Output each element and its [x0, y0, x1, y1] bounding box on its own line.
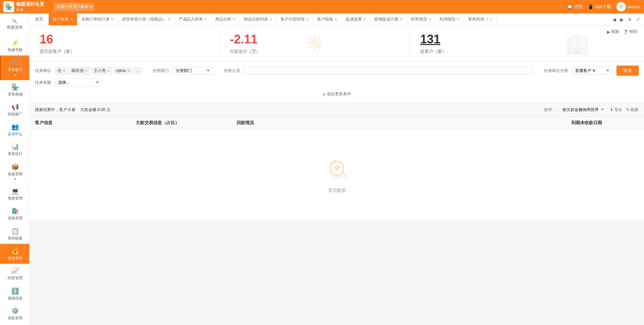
procurement-label: 采购管理: [8, 216, 23, 220]
empty-icon: [324, 156, 350, 183]
col-date-label: 到期未收款日期: [571, 120, 602, 125]
balance-select[interactable]: 选择...: [55, 78, 102, 86]
result-info: 搜索结果中，客户 0 家 欠款金额 0.00 元: [35, 107, 111, 113]
tab-purchase-orders-close[interactable]: ✕: [111, 17, 114, 21]
tag-cjttcw-text: cjttcw: [116, 68, 126, 73]
tab-nav-next[interactable]: ▶: [619, 16, 625, 23]
tab-profit-report[interactable]: 利润报告 ✕: [435, 13, 464, 26]
sidebar-item-ecommerce[interactable]: 💻 电商管理: [0, 184, 29, 204]
sidebar-item-retail-stats[interactable]: 📊 零售统计: [0, 140, 29, 159]
sidebar-item-operations[interactable]: 📈 经营管理: [0, 264, 29, 284]
tab-purchase-stats-label: 进货单统计表（按商品）: [122, 16, 166, 22]
tab-new-promotion[interactable]: 新增提成方案 ✕: [370, 13, 407, 26]
sidebar-item-basic-info[interactable]: ℹ️ 基础信息: [0, 284, 29, 304]
tab-bar: 首页 客户账本 ✕ 采购订单统计表 ✕ 进货单统计表（按商品） ✕ 产成品入库单…: [30, 13, 644, 26]
sidebar-item-inventory[interactable]: 📋 库存核算: [0, 224, 29, 244]
tag-wang-close[interactable]: ✕: [107, 69, 110, 73]
tab-customers[interactable]: 客户账本 ✕: [49, 13, 77, 26]
staff-input-area[interactable]: ···: [244, 67, 533, 74]
export-label: 导出: [614, 107, 622, 113]
card1-value: 16: [40, 32, 209, 46]
sidebar-item-member[interactable]: 👥 会员中心: [0, 120, 29, 140]
sidebar-item-retail-store[interactable]: 🏪 零售商城: [0, 80, 29, 100]
tab-close-all[interactable]: ✕: [627, 16, 633, 23]
tab-product-analysis-list-close[interactable]: ✕: [269, 17, 272, 21]
tab-nav-prev[interactable]: ◀: [611, 16, 617, 23]
result-actions: 排序： 按欠款金额倒序排序 ⬇ 导出 ↻ 刷新: [544, 106, 639, 113]
workspace-selector[interactable]: 母婴行业演示账套 ▾: [54, 3, 95, 11]
collapse-btn[interactable]: ∧ 收起更多条件: [35, 89, 639, 99]
tab-customer-contact[interactable]: 客户联络 ✕: [313, 13, 342, 26]
page-content: ¥ 16 总欠款客户（家） ❋ -2.11 欠款合计（万） 🏢 131 总客户（…: [30, 26, 644, 325]
tab-customer-contact-close[interactable]: ✕: [335, 17, 337, 21]
search-icon: 🔍: [12, 19, 17, 24]
empty-state: 暂无数据: [30, 130, 644, 220]
summary-card-total-customers: 🏢 131 总客户（家）: [410, 26, 600, 61]
video-label: 视频: [611, 29, 619, 35]
tab-purchase-stats[interactable]: 进货单统计表（按商品） ✕: [118, 13, 175, 26]
video-btn[interactable]: ▶ 视频: [607, 29, 619, 35]
tab-operations-close[interactable]: ✕: [428, 17, 431, 21]
help-btn[interactable]: ❓ 帮助: [623, 29, 637, 35]
tab-product-analysis-label: 商品分析: [215, 16, 231, 22]
sidebar-item-marketing[interactable]: 📢 营销推广: [0, 100, 29, 120]
result-debt-prefix: 欠款金额: [80, 107, 96, 112]
tab-customers-close[interactable]: ✕: [70, 17, 73, 21]
tab-purchase-stats-close[interactable]: ✕: [168, 17, 170, 21]
department-filter-label: 分管部门: [153, 68, 169, 74]
sidebar-item-enterprise-collab[interactable]: 🤝 企业协同: [0, 324, 29, 325]
tag-wu-close[interactable]: ✕: [62, 69, 66, 73]
tab-maximize[interactable]: ⤢: [635, 16, 641, 23]
tag-chen-close[interactable]: ✕: [85, 69, 88, 73]
tab-retail-profit[interactable]: 零售利润（ ✕: [464, 13, 497, 26]
category-select[interactable]: 普通客户 ✕: [572, 67, 612, 75]
export-icon: ⬇: [610, 107, 613, 112]
tab-product-analysis-close[interactable]: ✕: [233, 17, 235, 21]
tab-promotion-settings[interactable]: 提成设置 ✕: [342, 13, 370, 26]
tag-cjttcw-close[interactable]: ✕: [127, 69, 130, 73]
tab-home[interactable]: 首页: [30, 13, 49, 26]
tab-product-analysis[interactable]: 商品分析 ✕: [211, 13, 240, 26]
tab-operations[interactable]: 经营情况 ✕: [407, 13, 435, 26]
sidebar-item-quick-nav[interactable]: ⚡ 快捷导航: [0, 36, 29, 56]
summary-card-debt: ❋ -2.11 欠款合计（万）: [220, 26, 410, 61]
video-icon: ▶: [607, 30, 610, 34]
category-filter-label: 往来单位分类: [544, 68, 568, 74]
sort-label: 排序：: [544, 107, 556, 113]
refresh-btn[interactable]: ↻ 刷新: [626, 107, 639, 113]
query-button[interactable]: 查询: [616, 66, 639, 76]
tab-new-promotion-close[interactable]: ✕: [400, 17, 402, 21]
sidebar-item-system[interactable]: ⚙️ 系统管理: [0, 304, 29, 324]
tab-product-inbound[interactable]: 产成品入库单 ✕: [175, 13, 211, 26]
tab-product-inbound-close[interactable]: ✕: [204, 17, 207, 21]
result-debt-unit: 元: [106, 107, 111, 112]
balance-filter-label: 往来余额: [35, 80, 51, 85]
tab-profit-report-close[interactable]: ✕: [457, 17, 460, 21]
message-btn[interactable]: 💬 消息: [567, 4, 583, 10]
sidebar-item-procurement[interactable]: 🛍️ 采购管理: [0, 204, 29, 224]
tab-retail-profit-close[interactable]: ✕: [489, 17, 492, 21]
collapse-label: 收起更多条件: [327, 91, 351, 97]
department-select[interactable]: 分管部门: [173, 67, 213, 75]
sidebar-item-wholesale[interactable]: 📦 批发管理 ▾: [0, 160, 29, 184]
user-menu[interactable]: D demo2: [616, 2, 641, 11]
company-tags: 伍 ✕ 陈民强 ✕ 王小亮 ✕: [55, 67, 142, 75]
more-tags-btn[interactable]: ...: [134, 67, 142, 74]
sort-select[interactable]: 按欠款金额倒序排序: [560, 106, 606, 113]
tab-promotion-settings-close[interactable]: ✕: [363, 17, 366, 21]
marketing-label: 营销推广: [8, 112, 23, 116]
tab-product-analysis-list[interactable]: 商品分析列表 ✕: [240, 13, 276, 26]
tab-customer-segment[interactable]: 客户分层经营 ✕: [276, 13, 313, 26]
sidebar-item-retail[interactable]: 🛒 零售管理 ▾: [0, 56, 29, 80]
content-area: 首页 客户账本 ✕ 采购订单统计表 ✕ 进货单统计表（按商品） ✕ 产成品入库单…: [30, 13, 644, 325]
tab-promotion-settings-label: 提成设置: [346, 16, 362, 22]
sidebar-item-finance[interactable]: 💰 资金管理: [0, 244, 29, 264]
app-download-btn[interactable]: 📱 App下载: [588, 4, 611, 10]
export-btn[interactable]: ⬇ 导出: [610, 107, 622, 113]
card3-value: 131: [420, 32, 590, 46]
basic-info-label: 基础信息: [8, 296, 23, 300]
tab-purchase-orders[interactable]: 采购订单统计表 ✕: [77, 13, 118, 26]
summary-cards: ¥ 16 总欠款客户（家） ❋ -2.11 欠款合计（万） 🏢 131 总客户（…: [30, 26, 644, 62]
search-menu-btn[interactable]: 🔍 搜索菜单: [3, 17, 27, 32]
tab-customer-segment-close[interactable]: ✕: [306, 17, 309, 21]
